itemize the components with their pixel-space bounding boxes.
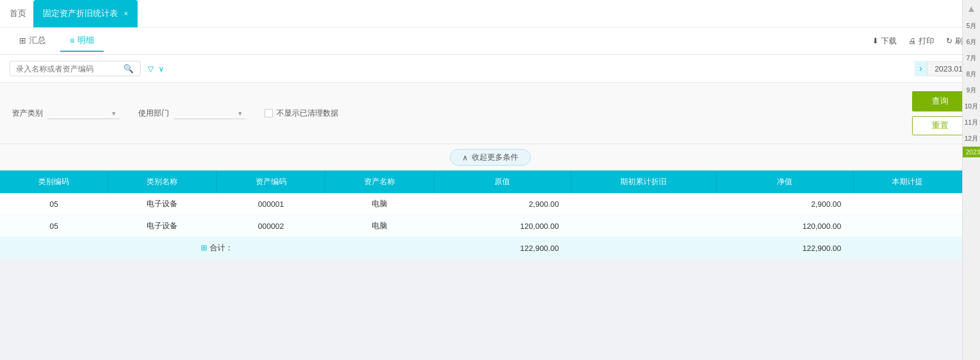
sub-tabs-left: ⊞ 汇总 ≡ 明细 bbox=[10, 30, 104, 52]
download-button[interactable]: ⬇ 下载 bbox=[872, 36, 897, 46]
total-icon: ⊞ bbox=[201, 243, 207, 252]
cell-asset-code: 000002 bbox=[217, 215, 325, 237]
query-button[interactable]: 查询 bbox=[912, 91, 968, 111]
total-net-value: 122,900.00 bbox=[716, 237, 853, 259]
data-table: 类别编码 类别名称 资产编码 资产名称 原值 期初累计折旧 净值 本期计提 05… bbox=[0, 170, 962, 259]
chevron-down-icon: ∨ bbox=[158, 64, 164, 73]
col-asset-code: 资产编码 bbox=[217, 170, 325, 193]
hide-cleared-checkbox[interactable] bbox=[265, 109, 273, 117]
download-label: 下载 bbox=[881, 36, 897, 46]
cell-original-value: 120,000.00 bbox=[434, 215, 571, 237]
col-current-dep: 本期计提 bbox=[853, 170, 962, 193]
search-icon[interactable]: 🔍 bbox=[123, 64, 133, 73]
col-asset-name: 资产名称 bbox=[325, 170, 434, 193]
search-input[interactable] bbox=[16, 64, 123, 73]
department-label: 使用部门 bbox=[138, 108, 169, 119]
cell-accumulated-dep bbox=[571, 193, 716, 215]
total-label: ⊞ 合计： bbox=[0, 237, 434, 259]
cell-category-code: 05 bbox=[0, 215, 108, 237]
department-select-wrap bbox=[174, 107, 245, 119]
asset-category-select[interactable] bbox=[48, 107, 119, 119]
col-category-code: 类别编码 bbox=[0, 170, 108, 193]
asset-category-label: 资产类别 bbox=[12, 108, 43, 119]
sub-tabs-actions: ⬇ 下载 🖨 打印 ↻ 刷新 bbox=[872, 36, 970, 46]
collapse-button[interactable]: ∧ 收起更多条件 bbox=[450, 149, 531, 166]
sidebar-month-item[interactable]: 12月 bbox=[963, 131, 979, 147]
cell-asset-name: 电脑 bbox=[325, 193, 434, 215]
data-table-wrap: 类别编码 类别名称 资产编码 资产名称 原值 期初累计折旧 净值 本期计提 05… bbox=[0, 170, 962, 259]
total-accumulated-dep bbox=[571, 237, 716, 259]
sidebar-month-item[interactable]: 7月 bbox=[963, 50, 979, 66]
sidebar-month-item[interactable]: 5月 bbox=[963, 18, 979, 34]
total-row: ⊞ 合计： 122,900.00 122,900.00 bbox=[0, 237, 962, 259]
refresh-icon: ↻ bbox=[946, 36, 953, 45]
collapse-up-icon: ∧ bbox=[462, 153, 468, 162]
sidebar-year-badge: 2023 bbox=[963, 147, 980, 157]
asset-category-filter: 资产类别 bbox=[12, 107, 119, 119]
print-label: 打印 bbox=[919, 36, 934, 46]
total-current-dep bbox=[853, 237, 962, 259]
date-nav-right-arrow[interactable]: › bbox=[914, 61, 927, 76]
total-original-value: 122,900.00 bbox=[434, 237, 571, 259]
filter-row: 资产类别 使用部门 不显示已清理数据 bbox=[12, 91, 968, 135]
print-icon: 🖨 bbox=[909, 36, 916, 45]
summary-tab-label: 汇总 bbox=[29, 35, 46, 46]
cell-net-value: 2,900.00 bbox=[716, 193, 853, 215]
search-bar: 🔍 ▽ ∨ › 2023.01 bbox=[0, 55, 980, 83]
print-button[interactable]: 🖨 打印 bbox=[909, 36, 934, 46]
table-header-row: 类别编码 类别名称 资产编码 资产名称 原值 期初累计折旧 净值 本期计提 bbox=[0, 170, 962, 193]
filter-icon: ▽ bbox=[148, 64, 154, 73]
summary-tab-icon: ⊞ bbox=[19, 36, 26, 45]
department-select[interactable] bbox=[174, 107, 245, 119]
col-net-value: 净值 bbox=[716, 170, 853, 193]
cell-original-value: 2,900.00 bbox=[434, 193, 571, 215]
download-icon: ⬇ bbox=[872, 36, 879, 45]
sidebar-month-item[interactable]: 6月 bbox=[963, 34, 979, 50]
asset-category-select-wrap bbox=[48, 107, 119, 119]
tab-summary[interactable]: ⊞ 汇总 bbox=[10, 30, 55, 52]
filter-buttons: 查询 重置 bbox=[912, 91, 968, 135]
col-accumulated-dep: 期初累计折旧 bbox=[571, 170, 716, 193]
col-original-value: 原值 bbox=[434, 170, 571, 193]
department-filter: 使用部门 bbox=[138, 107, 245, 119]
right-sidebar: ▲ 5月6月7月8月9月10月11月12月 2023 bbox=[962, 0, 980, 360]
tab-detail[interactable]: ≡ 明细 bbox=[60, 30, 104, 52]
search-input-wrap: 🔍 bbox=[10, 61, 141, 76]
tab-label: 固定资产折旧统计表 bbox=[43, 8, 118, 19]
cell-accumulated-dep bbox=[571, 215, 716, 237]
collapse-bar: ∧ 收起更多条件 bbox=[0, 144, 980, 170]
cell-asset-code: 000001 bbox=[217, 193, 325, 215]
sidebar-month-item[interactable]: 8月 bbox=[963, 66, 979, 82]
reset-button[interactable]: 重置 bbox=[912, 116, 968, 135]
cell-category-name: 电子设备 bbox=[108, 193, 216, 215]
sidebar-months: 5月6月7月8月9月10月11月12月 bbox=[963, 18, 979, 147]
sidebar-month-item[interactable]: 9月 bbox=[963, 82, 979, 98]
cell-current-dep bbox=[853, 215, 962, 237]
table-row: 05 电子设备 000002 电脑 120,000.00 120,000.00 bbox=[0, 215, 962, 237]
cell-category-code: 05 bbox=[0, 193, 108, 215]
col-category-name: 类别名称 bbox=[108, 170, 216, 193]
sidebar-month-item[interactable]: 10月 bbox=[963, 98, 979, 114]
tab-close-icon[interactable]: × bbox=[124, 10, 128, 18]
table-row: 05 电子设备 000001 电脑 2,900.00 2,900.00 bbox=[0, 193, 962, 215]
home-link[interactable]: 首页 bbox=[10, 8, 26, 19]
sidebar-month-item[interactable]: 11月 bbox=[963, 114, 979, 131]
sidebar-scroll-up[interactable]: ▲ bbox=[963, 0, 980, 18]
filter-area: 资产类别 使用部门 不显示已清理数据 bbox=[0, 83, 980, 144]
cell-net-value: 120,000.00 bbox=[716, 215, 853, 237]
more-conditions-button[interactable]: ▽ ∨ bbox=[148, 64, 164, 73]
active-tab[interactable]: 固定资产折旧统计表 × bbox=[33, 0, 138, 27]
cell-category-name: 电子设备 bbox=[108, 215, 216, 237]
hide-cleared-label: 不显示已清理数据 bbox=[276, 108, 338, 119]
detail-tab-label: 明细 bbox=[77, 35, 94, 46]
detail-tab-icon: ≡ bbox=[70, 36, 74, 45]
top-nav: 首页 固定资产折旧统计表 × ✕ bbox=[0, 0, 980, 27]
sub-tabs-bar: ⊞ 汇总 ≡ 明细 ⬇ 下载 🖨 打印 ↻ 刷新 bbox=[0, 27, 980, 55]
hide-cleared-checkbox-item[interactable]: 不显示已清理数据 bbox=[265, 108, 338, 119]
cell-current-dep bbox=[853, 193, 962, 215]
collapse-label: 收起更多条件 bbox=[472, 152, 518, 163]
cell-asset-name: 电脑 bbox=[325, 215, 434, 237]
